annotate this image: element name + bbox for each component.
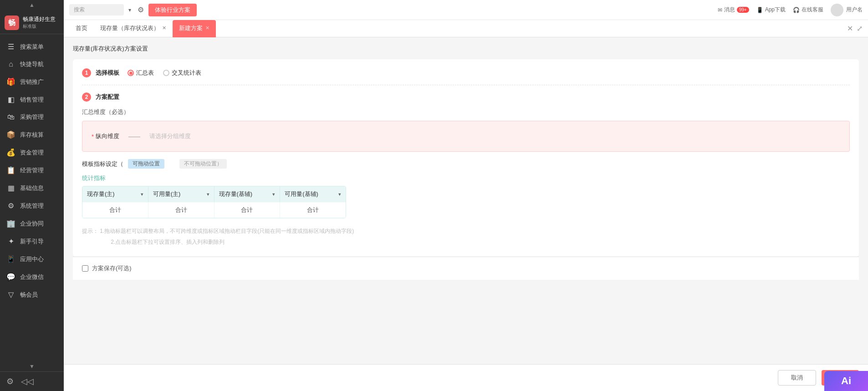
sidebar-item-operations[interactable]: 📋 经营管理 xyxy=(0,161,64,179)
sidebar-item-newcomer[interactable]: ✦ 新手引导 xyxy=(0,232,64,250)
sidebar-item-sales[interactable]: ◧ 销售管理 xyxy=(0,91,64,108)
tab-new-plan-close[interactable]: ✕ xyxy=(205,25,209,31)
topbar-gear-icon[interactable]: ⚙ xyxy=(138,5,144,14)
radio-cross-label: 交叉统计表 xyxy=(172,69,201,77)
user-avatar xyxy=(831,4,843,16)
sidebar-logo: 畅 畅康通好生意 标准版 xyxy=(0,10,64,34)
sidebar-logo-title: 畅康通好生意 xyxy=(23,16,56,23)
sidebar-item-search-menu[interactable]: ☰ 搜索菜单 xyxy=(0,38,64,56)
page-title: 现存量(库存状况表)方案设置 xyxy=(73,45,859,53)
enterprise-icon: 🏢 xyxy=(6,219,15,228)
topbar-right: ✉ 消息 99+ 📱 App下载 🎧 在线客服 用户名 xyxy=(718,4,863,16)
sidebar-item-label: 畅会员 xyxy=(20,291,38,299)
sidebar-scroll-up[interactable]: ▲ xyxy=(0,0,64,10)
dimension-placeholder[interactable]: 请选择分组维度 xyxy=(149,132,191,140)
sidebar-logo-subtitle: 标准版 xyxy=(23,23,56,30)
sidebar-item-marketing[interactable]: 🎁 营销推广 xyxy=(0,73,64,91)
sidebar-item-finance[interactable]: 💰 资金管理 xyxy=(0,144,64,161)
tab-inventory-close[interactable]: ✕ xyxy=(162,25,166,31)
col4-dropdown-icon[interactable]: ▾ xyxy=(338,191,341,197)
cancel-button[interactable]: 取消 xyxy=(778,370,816,386)
tab-new-plan[interactable]: 新建方案 ✕ xyxy=(173,20,216,37)
col4-header-label: 可用量(基辅) xyxy=(285,190,318,198)
search-menu-icon: ☰ xyxy=(6,42,15,51)
col2-dropdown-icon[interactable]: ▾ xyxy=(207,191,209,197)
hint-2: 2.点击标题栏下拉可设置排序、插入列和删除列 xyxy=(111,239,225,245)
stats-table: 现存量(主) ▾ 可用量(主) ▾ 现存量(基辅) ▾ 可用量(基辅) ▾ xyxy=(82,186,346,218)
close-panel-icon[interactable]: ✕ xyxy=(847,24,853,33)
tab-new-plan-label: 新建方案 xyxy=(179,24,203,32)
hint-title: 提示： xyxy=(82,228,98,234)
tab-bar: 首页 现存量（库存状况表） ✕ 新建方案 ✕ ✕ ⤢ xyxy=(64,20,868,37)
dimension-dash: —— xyxy=(128,133,140,140)
sidebar-item-label: 营销推广 xyxy=(20,78,44,86)
tab-home-label: 首页 xyxy=(76,24,87,32)
topbar-dropdown-arrow[interactable]: ▾ xyxy=(128,7,131,13)
trial-btn[interactable]: 体验行业方案 xyxy=(148,4,197,16)
radio-cross-circle xyxy=(163,70,169,76)
sidebar-item-quick-nav[interactable]: ⌂ 快捷导航 xyxy=(0,56,64,73)
user-info[interactable]: 用户名 xyxy=(831,4,863,16)
inventory-icon: 📦 xyxy=(6,130,15,139)
col3-cell: 合计 xyxy=(214,202,281,218)
app-download-btn[interactable]: 📱 App下载 xyxy=(756,6,786,14)
col3-dropdown-icon[interactable]: ▾ xyxy=(272,191,275,197)
ai-badge[interactable]: Ai xyxy=(824,371,868,391)
sidebar-item-basic-info[interactable]: ▦ 基础信息 xyxy=(0,179,64,197)
purchase-icon: 🛍 xyxy=(6,113,15,121)
template-settings-row: 模板指标设定（ 可拖动位置 不可拖动位置） xyxy=(82,159,850,169)
tab-inventory-label: 现存量（库存状况表） xyxy=(100,24,159,32)
col4-cell: 合计 xyxy=(280,202,346,218)
newcomer-icon: ✦ xyxy=(6,237,15,246)
summary-dimension-label: 汇总维度（必选） xyxy=(82,108,850,116)
finance-icon: 💰 xyxy=(6,148,15,157)
message-btn[interactable]: ✉ 消息 99+ xyxy=(718,6,749,14)
radio-cross[interactable]: 交叉统计表 xyxy=(163,69,201,77)
sidebar-item-inventory[interactable]: 📦 库存核算 xyxy=(0,126,64,144)
message-icon: ✉ xyxy=(718,7,722,13)
app-download-label: App下载 xyxy=(765,6,786,14)
col2-header[interactable]: 可用量(主) ▾ xyxy=(148,186,214,202)
col3-header-label: 现存量(基辅) xyxy=(219,190,253,198)
col1-header-label: 现存量(主) xyxy=(87,190,115,198)
save-checkbox[interactable] xyxy=(82,265,88,272)
sidebar: ▲ 畅 畅康通好生意 标准版 ☰ 搜索菜单 ⌂ 快捷导航 🎁 营销推广 ◧ 销售… xyxy=(0,0,64,391)
sidebar-logo-icon: 畅 xyxy=(5,15,19,30)
settings-icon[interactable]: ⚙ xyxy=(6,376,14,386)
step2-badge: 2 xyxy=(82,93,91,102)
col1-header[interactable]: 现存量(主) ▾ xyxy=(82,186,148,202)
drag-indicator: 可拖动位置 xyxy=(128,159,164,169)
col1-dropdown-icon[interactable]: ▾ xyxy=(141,191,143,197)
tab-home[interactable]: 首页 xyxy=(69,20,94,37)
sidebar-item-label: 库存核算 xyxy=(20,131,44,139)
sidebar-scroll-down[interactable]: ▼ xyxy=(0,361,64,371)
col4-header[interactable]: 可用量(基辅) ▾ xyxy=(280,186,346,202)
stats-label: 统计指标 xyxy=(82,174,850,182)
tab-inventory-status[interactable]: 现存量（库存状况表） ✕ xyxy=(94,20,173,37)
sidebar-item-members[interactable]: ▽ 畅会员 xyxy=(0,286,64,304)
sidebar-item-enterprise[interactable]: 🏢 企业协同 xyxy=(0,215,64,232)
required-marker: * xyxy=(92,133,94,140)
message-badge: 99+ xyxy=(737,7,749,13)
radio-summary-label: 汇总表 xyxy=(136,69,154,77)
sidebar-footer: ⚙ ◁◁ xyxy=(0,371,64,391)
col1-cell: 合计 xyxy=(82,202,148,218)
sidebar-item-purchase[interactable]: 🛍 采购管理 xyxy=(0,108,64,126)
operations-icon: 📋 xyxy=(6,166,15,175)
dimension-box: * 纵向维度 —— 请选择分组维度 xyxy=(82,121,850,152)
expand-panel-icon[interactable]: ⤢ xyxy=(857,24,863,33)
sidebar-item-wechat[interactable]: 💬 企业微信 xyxy=(0,268,64,286)
audio-icon[interactable]: ◁◁ xyxy=(21,376,34,386)
template-settings-label: 模板指标设定（ xyxy=(82,160,123,168)
sidebar-item-system[interactable]: ⚙ 系统管理 xyxy=(0,197,64,215)
sidebar-item-app-center[interactable]: 📱 应用中心 xyxy=(0,250,64,268)
members-icon: ▽ xyxy=(6,290,15,299)
settings-section: 1 选择模板 汇总表 交叉统计表 2 方案配置 xyxy=(73,59,859,257)
online-service-btn[interactable]: 🎧 在线客服 xyxy=(793,6,823,14)
step1-header: 1 选择模板 汇总表 交叉统计表 xyxy=(82,68,850,77)
col3-header[interactable]: 现存量(基辅) ▾ xyxy=(214,186,281,202)
basicinfo-icon: ▦ xyxy=(6,184,15,192)
home-icon: ⌂ xyxy=(6,60,15,68)
radio-summary[interactable]: 汇总表 xyxy=(128,69,154,77)
step2-title: 方案配置 xyxy=(96,93,119,101)
